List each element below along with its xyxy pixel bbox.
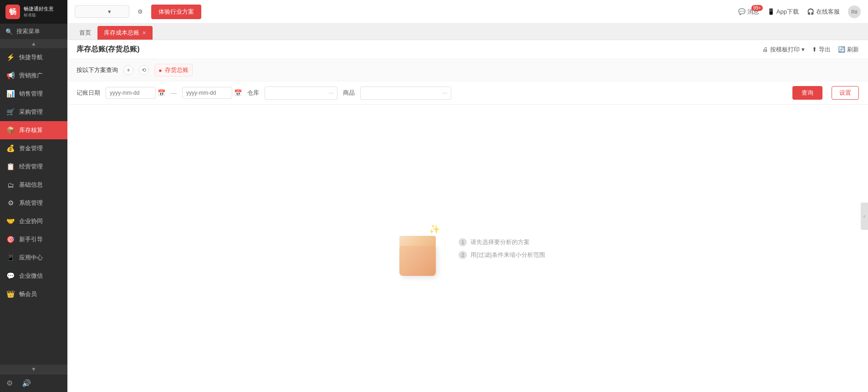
panel-actions: 🖨 按模板打印 ▾ ⬆ 导出 🔄 刷新 [762, 46, 859, 54]
app-download-button[interactable]: 📱 App下载 [767, 8, 799, 16]
headset-icon: 🎧 [807, 8, 814, 15]
sales-icon: 📊 [6, 90, 15, 98]
date-to-input[interactable] [182, 87, 232, 99]
tab-home[interactable]: 首页 [75, 26, 96, 40]
bottom-speaker-icon[interactable]: 🔊 [22, 379, 31, 387]
purchase-icon: 🛒 [6, 108, 15, 116]
bottom-settings-icon[interactable]: ⚙ [6, 379, 13, 387]
online-support-button[interactable]: 🎧 在线客服 [807, 8, 840, 16]
scheme-icon: ● [158, 67, 162, 74]
guide-icon: 🎯 [6, 235, 15, 244]
sidebar-item-enterprise[interactable]: 🤝 企业协同 [0, 212, 67, 230]
system-icon: ⚙ [6, 199, 15, 207]
product-more-icon: ··· [443, 90, 447, 96]
sidebar-item-purchase[interactable]: 🛒 采购管理 [0, 103, 67, 121]
finance-icon: 💰 [6, 144, 15, 153]
setup-button[interactable]: 设置 [832, 86, 859, 100]
app-logo: 畅 畅捷通好生意 标准版 [0, 0, 67, 24]
company-selector[interactable]: ▾ [75, 5, 129, 18]
sidebar-item-marketing[interactable]: 📢 营销推广 [0, 66, 67, 85]
operation-icon: 📋 [6, 163, 15, 171]
basic-icon: 🗂 [6, 181, 15, 189]
export-button[interactable]: ⬆ 导出 [812, 46, 831, 54]
product-select[interactable]: ··· [360, 87, 451, 100]
product-field-label: 商品 [343, 89, 355, 97]
empty-illustration: ✨ [390, 221, 445, 276]
sidebar: 畅 畅捷通好生意 标准版 🔍 搜索菜单 ▲ ⚡ 快捷导航 📢 营销推广 📊 销售… [0, 0, 67, 392]
empty-hints: 1 请先选择要分析的方案 2 用[过滤]条件来缩小分析范围 [459, 238, 545, 259]
company-selector-value [79, 8, 106, 15]
vip-icon: 👑 [6, 290, 15, 298]
warehouse-select-value [269, 89, 301, 97]
search-icon: 🔍 [5, 28, 13, 35]
topbar-left: ▾ ⚙ 体验行业方案 [75, 5, 734, 19]
more-icon: ··· [329, 90, 333, 96]
filter-scheme-item[interactable]: ● 存货总账 [154, 64, 193, 76]
sidebar-item-sales[interactable]: 📊 销售管理 [0, 85, 67, 103]
hint-number-1: 1 [459, 238, 467, 246]
refresh-button[interactable]: 🔄 刷新 [838, 46, 859, 54]
sidebar-item-system[interactable]: ⚙ 系统管理 [0, 194, 67, 212]
sidebar-nav: ⚡ 快捷导航 📢 营销推广 📊 销售管理 🛒 采购管理 📦 库存核算 💰 资金管… [0, 48, 67, 365]
tabbar: 首页 库存成本总账 ✕ [67, 24, 868, 40]
refresh-icon: 🔄 [838, 46, 845, 53]
warehouse-select[interactable]: ··· [265, 87, 337, 100]
date-from-input[interactable] [106, 87, 156, 99]
messages-button[interactable]: 💬 消息 99+ [738, 8, 759, 16]
gear-icon: ⚙ [138, 8, 143, 15]
phone-icon: 📱 [767, 8, 775, 15]
tab-inventory-cost[interactable]: 库存成本总账 ✕ [97, 26, 153, 40]
appstore-icon: 📱 [6, 254, 15, 262]
user-avatar: Rit [848, 5, 861, 18]
filter-clear-button[interactable]: ⟲ [139, 65, 149, 75]
quick-nav-icon: ⚡ [6, 53, 15, 61]
enterprise-icon: 🤝 [6, 217, 15, 225]
filter-label: 按以下方案查询 [77, 66, 118, 74]
logo-icon: 畅 [5, 5, 20, 19]
sparkle-icon: ✨ [429, 224, 440, 234]
chevron-down-icon: ▾ [108, 8, 111, 15]
message-icon: 💬 [738, 8, 745, 15]
sidebar-item-finance[interactable]: 💰 资金管理 [0, 139, 67, 158]
main-area: ▾ ⚙ 体验行业方案 💬 消息 99+ 📱 App下载 🎧 在线客服 [67, 0, 868, 392]
query-button[interactable]: 查询 [792, 86, 822, 100]
marketing-icon: 📢 [6, 71, 15, 80]
wecom-icon: 💬 [6, 272, 15, 280]
user-avatar-button[interactable]: Rit [848, 5, 861, 18]
app-name: 畅捷通好生意 标准版 [24, 5, 54, 18]
export-icon: ⬆ [812, 46, 817, 53]
fields-row: 记账日期 📅 — 📅 仓库 ··· 商品 ··· 查询 设 [67, 81, 868, 105]
search-menu-item[interactable]: 🔍 搜索菜单 [0, 24, 67, 39]
inventory-icon: 📦 [6, 126, 15, 134]
calendar-from-icon[interactable]: 📅 [158, 89, 165, 97]
hint-number-2: 2 [459, 251, 467, 259]
date-separator: — [171, 90, 177, 97]
product-select-value [364, 89, 414, 97]
sidebar-item-wecom[interactable]: 💬 企业微信 [0, 267, 67, 285]
sidebar-item-guide[interactable]: 🎯 新手引导 [0, 230, 67, 249]
sidebar-item-vip[interactable]: 👑 畅会员 [0, 285, 67, 303]
sidebar-item-quick-nav[interactable]: ⚡ 快捷导航 [0, 48, 67, 66]
topbar-settings-button[interactable]: ⚙ [133, 5, 148, 19]
topbar: ▾ ⚙ 体验行业方案 💬 消息 99+ 📱 App下载 🎧 在线客服 [67, 0, 868, 24]
date-to-wrap: 📅 [182, 87, 242, 99]
page-title: 库存总账(存货总账) [77, 45, 140, 54]
sidebar-item-inventory[interactable]: 📦 库存核算 [0, 121, 67, 139]
filter-add-button[interactable]: ＋ [123, 65, 133, 75]
empty-box [399, 244, 436, 276]
tab-close-icon[interactable]: ✕ [142, 30, 146, 36]
right-handle-button[interactable]: ‹ [861, 203, 868, 230]
hint-line-1: 1 请先选择要分析的方案 [459, 238, 545, 246]
trial-button[interactable]: 体验行业方案 [151, 5, 201, 19]
scroll-up-button[interactable]: ▲ [0, 39, 67, 48]
panel-header: 库存总账(存货总账) 🖨 按模板打印 ▾ ⬆ 导出 🔄 刷新 [67, 40, 868, 59]
print-icon: 🖨 [762, 46, 768, 53]
sidebar-item-operation[interactable]: 📋 经营管理 [0, 158, 67, 176]
topbar-right: 💬 消息 99+ 📱 App下载 🎧 在线客服 Rit [738, 5, 861, 18]
scroll-down-button[interactable]: ▼ [0, 365, 67, 374]
calendar-to-icon[interactable]: 📅 [234, 89, 242, 97]
sidebar-item-basic[interactable]: 🗂 基础信息 [0, 176, 67, 194]
print-button[interactable]: 🖨 按模板打印 ▾ [762, 46, 805, 54]
chevron-down-icon: ▾ [802, 46, 805, 53]
sidebar-item-appstore[interactable]: 📱 应用中心 [0, 249, 67, 267]
